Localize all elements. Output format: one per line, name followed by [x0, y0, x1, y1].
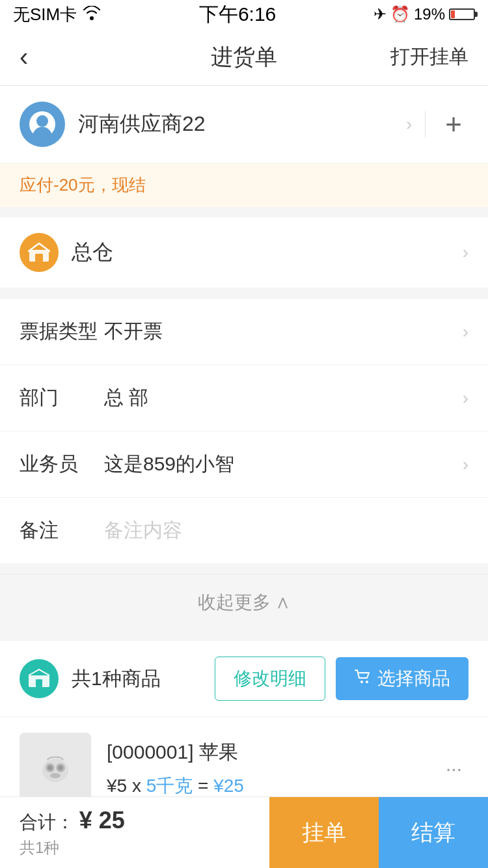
svg-point-5: [366, 681, 368, 683]
svg-point-11: [50, 773, 61, 778]
remark-label: 备注: [20, 517, 104, 544]
status-bar-time: 下午6:16: [199, 1, 276, 28]
product-count-label: 共1种商品: [72, 666, 215, 692]
product-price: ¥5 x 5千克 = ¥25: [107, 774, 439, 798]
invoice-chevron: ›: [463, 321, 468, 342]
select-product-button[interactable]: 选择商品: [336, 657, 468, 700]
product-placeholder-icon: [36, 749, 75, 788]
product-header: 共1种商品 修改明细 选择商品: [0, 641, 488, 716]
svg-point-10: [58, 765, 63, 770]
invoice-value: 不开票: [104, 318, 456, 345]
bottom-bar: 合计： ¥ 25 共1种 挂单 结算: [0, 796, 488, 868]
hang-order-button[interactable]: 挂单: [269, 797, 379, 868]
product-more-button[interactable]: ···: [439, 751, 468, 786]
svg-point-4: [360, 681, 363, 683]
notice-text: 应付-20元，现结: [20, 175, 146, 195]
edit-detail-button[interactable]: 修改明细: [215, 657, 325, 701]
supplier-avatar: [20, 102, 65, 147]
total-amount: ¥ 25: [79, 807, 125, 834]
status-bar-right: ✈ ⏰ 19%: [373, 5, 475, 23]
total-count: 共1种: [20, 837, 250, 858]
status-bar: 无SIM卡 下午6:16 ✈ ⏰ 19%: [0, 0, 488, 29]
supplier-add-button[interactable]: +: [439, 108, 468, 141]
product-count-icon: [20, 659, 59, 698]
collapse-row[interactable]: 收起更多 ∧: [0, 574, 488, 631]
product-info: [0000001] 苹果 ¥5 x 5千克 = ¥25: [107, 739, 439, 798]
product-code: [0000001]: [107, 741, 199, 763]
remark-row[interactable]: 备注 备注内容: [0, 497, 488, 563]
total-label: 合计：: [20, 812, 74, 832]
salesman-row[interactable]: 业务员 这是859的小智 ›: [0, 431, 488, 497]
warehouse-card[interactable]: 总仓 ›: [0, 217, 488, 288]
product-thumbnail: [20, 733, 91, 804]
page-title: 进货单: [211, 42, 277, 72]
total-row: 合计： ¥ 25: [20, 807, 250, 835]
battery-percent: 19%: [414, 5, 445, 23]
notice-banner: 应付-20元，现结: [0, 163, 488, 207]
cart-icon: [354, 668, 372, 689]
product-title: 苹果: [199, 741, 238, 763]
svg-rect-3: [36, 679, 42, 687]
dept-label: 部门: [20, 385, 104, 411]
quantity: 5千克: [146, 776, 193, 796]
salesman-chevron: ›: [463, 454, 468, 475]
supplier-card: 河南供应商22 › + 应付-20元，现结: [0, 86, 488, 207]
supplier-divider: [425, 111, 426, 137]
salesman-label: 业务员: [20, 451, 104, 478]
dept-chevron: ›: [463, 388, 468, 409]
location-icon: ✈: [373, 5, 386, 23]
back-button[interactable]: ‹: [20, 42, 41, 72]
product-name: [0000001] 苹果: [107, 739, 439, 766]
wifi-icon: [82, 5, 102, 25]
checkout-button[interactable]: 结算: [379, 797, 488, 868]
invoice-label: 票据类型: [20, 318, 104, 345]
collapse-label: 收起更多 ∧: [198, 592, 291, 612]
supplier-name: 河南供应商22: [78, 110, 400, 139]
open-hang-button[interactable]: 打开挂单: [390, 44, 468, 70]
svg-point-6: [42, 759, 68, 782]
supplier-chevron: ›: [406, 114, 412, 135]
svg-point-9: [47, 765, 53, 770]
dept-value: 总 部: [104, 385, 456, 411]
salesman-value: 这是859的小智: [104, 451, 456, 478]
supplier-row[interactable]: 河南供应商22 › +: [0, 86, 488, 163]
equals: =: [198, 776, 213, 796]
avatar-icon: [29, 111, 55, 137]
alarm-icon: ⏰: [390, 5, 410, 23]
unit-price: ¥5 x: [107, 776, 146, 796]
dept-row[interactable]: 部门 总 部 ›: [0, 364, 488, 431]
nav-bar: ‹ 进货单 打开挂单: [0, 29, 488, 86]
warehouse-chevron: ›: [463, 242, 468, 263]
remark-input[interactable]: 备注内容: [104, 517, 468, 544]
warehouse-icon: [20, 233, 59, 272]
battery-icon: [449, 8, 475, 20]
select-product-label: 选择商品: [377, 666, 450, 691]
svg-rect-1: [35, 254, 43, 262]
total-price: ¥25: [213, 776, 244, 796]
carrier-text: 无SIM卡: [13, 3, 77, 26]
total-section: 合计： ¥ 25 共1种: [0, 797, 269, 868]
warehouse-name: 总仓: [72, 238, 456, 267]
main-content: 河南供应商22 › + 应付-20元，现结 总仓 › 票据类型: [0, 86, 488, 868]
form-card: 票据类型 不开票 › 部门 总 部 › 业务员 这是859的小智 › 备注 备注…: [0, 298, 488, 563]
status-bar-left: 无SIM卡: [13, 3, 102, 26]
invoice-row[interactable]: 票据类型 不开票 ›: [0, 298, 488, 364]
warehouse-row[interactable]: 总仓 ›: [0, 217, 488, 288]
product-section: 共1种商品 修改明细 选择商品: [0, 641, 488, 820]
